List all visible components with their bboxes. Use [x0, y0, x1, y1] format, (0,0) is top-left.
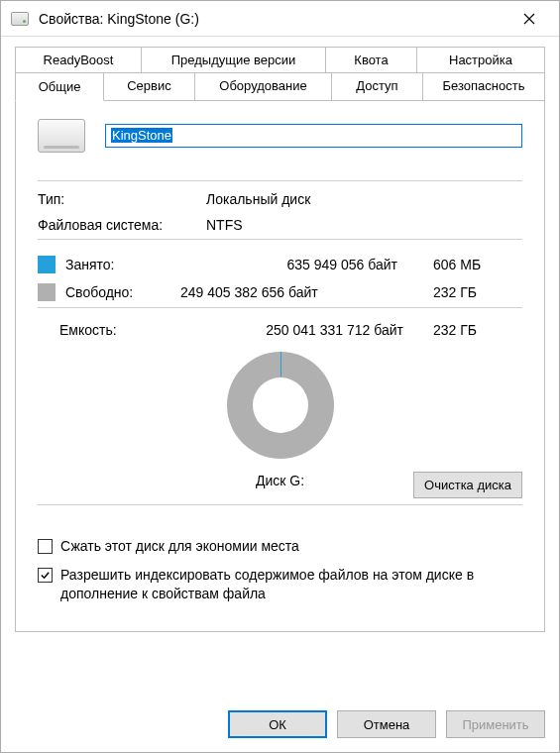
- apply-button[interactable]: Применить: [446, 710, 545, 738]
- tab-previous-versions[interactable]: Предыдущие версии: [142, 47, 326, 73]
- client-area: ReadyBoost Предыдущие версии Квота Настр…: [1, 37, 559, 699]
- close-button[interactable]: [507, 4, 551, 34]
- tab-panel-general: KingStone Тип: Локальный диск Файловая с…: [15, 100, 545, 632]
- dialog-footer: ОК Отмена Применить: [1, 699, 559, 752]
- ok-button[interactable]: ОК: [228, 710, 327, 738]
- drive-icon: [11, 12, 29, 26]
- capacity-row: Емкость: 250 041 331 712 байт 232 ГБ: [38, 322, 522, 338]
- options-block: Сжать этот диск для экономии места Разре…: [38, 537, 522, 613]
- volume-name-input[interactable]: KingStone: [105, 124, 522, 148]
- free-label: Свободно:: [65, 284, 174, 300]
- tab-hardware[interactable]: Оборудование: [195, 72, 332, 100]
- tab-tools[interactable]: Сервис: [104, 72, 195, 100]
- tabs: ReadyBoost Предыдущие версии Квота Настр…: [15, 47, 545, 632]
- compress-label: Сжать этот диск для экономии места: [60, 537, 299, 556]
- separator: [38, 239, 522, 240]
- tab-row-1: ReadyBoost Предыдущие версии Квота Настр…: [15, 47, 545, 73]
- tab-general[interactable]: Общие: [15, 72, 104, 101]
- tab-row-2: Общие Сервис Оборудование Доступ Безопас…: [15, 72, 545, 100]
- properties-window: Свойства: KingStone (G:) ReadyBoost Пред…: [0, 0, 560, 753]
- free-swatch: [38, 283, 56, 301]
- disk-cleanup-button[interactable]: Очистка диска: [413, 472, 522, 498]
- disk-label: Диск G:: [256, 473, 304, 488]
- compress-checkbox[interactable]: Сжать этот диск для экономии места: [38, 537, 522, 556]
- type-fs-grid: Тип: Локальный диск Файловая система: NT…: [38, 191, 522, 233]
- pie-chart-icon: [227, 352, 334, 459]
- tab-security[interactable]: Безопасность: [423, 72, 545, 100]
- used-human: 606 МБ: [433, 257, 522, 272]
- window-title: Свойства: KingStone (G:): [39, 11, 507, 27]
- usage-chart: Диск G:: [38, 352, 522, 488]
- tab-readyboost[interactable]: ReadyBoost: [15, 47, 142, 73]
- fs-label: Файловая система:: [38, 217, 206, 233]
- tab-sharing[interactable]: Доступ: [332, 72, 423, 100]
- capacity-label: Емкость:: [59, 322, 168, 338]
- type-value: Локальный диск: [206, 191, 522, 207]
- checkbox-icon: [38, 539, 53, 554]
- cancel-button[interactable]: Отмена: [337, 710, 436, 738]
- capacity-bytes: 250 041 331 712 байт: [168, 322, 433, 338]
- used-swatch: [38, 256, 56, 273]
- close-icon: [523, 13, 535, 25]
- usage-block: Занято: 635 949 056 байт 606 МБ Свободно…: [38, 256, 522, 301]
- index-label: Разрешить индексировать содержимое файло…: [60, 566, 522, 603]
- index-checkbox[interactable]: Разрешить индексировать содержимое файло…: [38, 566, 522, 603]
- fs-value: NTFS: [206, 217, 522, 233]
- checkbox-icon: [38, 568, 53, 583]
- titlebar: Свойства: KingStone (G:): [1, 1, 559, 37]
- type-label: Тип:: [38, 191, 206, 207]
- separator: [38, 307, 522, 308]
- separator: [38, 180, 522, 181]
- separator: [38, 504, 522, 505]
- drive-large-icon: [38, 119, 85, 153]
- tab-customize[interactable]: Настройка: [417, 47, 545, 73]
- used-bytes: 635 949 056 байт: [180, 257, 427, 272]
- capacity-human: 232 ГБ: [433, 322, 522, 338]
- free-bytes: 249 405 382 656 байт: [180, 284, 427, 300]
- tab-quota[interactable]: Квота: [326, 47, 417, 73]
- used-label: Занято:: [65, 257, 174, 272]
- free-human: 232 ГБ: [433, 284, 522, 300]
